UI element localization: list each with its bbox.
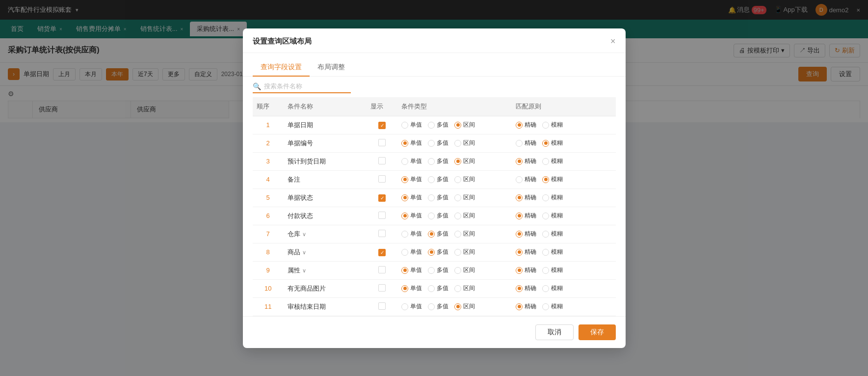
th-show: 显示 <box>367 97 397 116</box>
radio-dot-icon <box>516 213 523 219</box>
row-7-match-精确[interactable]: 精确 <box>516 230 536 238</box>
dialog-tab-query-fields[interactable]: 查询字段设置 <box>253 59 310 77</box>
row-5-show[interactable] <box>367 188 397 207</box>
row-2-checkbox[interactable] <box>378 139 386 146</box>
dialog-tab-layout[interactable]: 布局调整 <box>310 59 353 77</box>
row-8-type-多值[interactable]: 多值 <box>428 248 448 256</box>
row-10-type-区间[interactable]: 区间 <box>454 284 475 293</box>
row-2-type-单值[interactable]: 单值 <box>401 139 422 147</box>
row-2-type-多值[interactable]: 多值 <box>428 139 448 147</box>
row-6-checkbox[interactable] <box>378 212 386 219</box>
row-2-show[interactable] <box>367 134 397 152</box>
row-3-checkbox[interactable] <box>378 157 386 164</box>
row-7-type-区间[interactable]: 区间 <box>454 230 475 238</box>
row-1-match-模糊[interactable]: 模糊 <box>542 121 563 129</box>
dropdown-arrow-icon[interactable]: ∨ <box>302 268 306 273</box>
row-8-match-精确[interactable]: 精确 <box>516 248 536 256</box>
row-8-checkbox[interactable] <box>378 249 386 256</box>
row-3-type-区间[interactable]: 区间 <box>454 157 475 165</box>
row-11-show[interactable] <box>367 297 397 316</box>
radio-dot-icon <box>516 176 523 183</box>
row-3-match-模糊[interactable]: 模糊 <box>542 157 563 165</box>
row-10-type-多值[interactable]: 多值 <box>428 284 448 293</box>
row-3-type-多值[interactable]: 多值 <box>428 157 448 165</box>
row-9-show[interactable] <box>367 261 397 279</box>
row-4-type-单值[interactable]: 单值 <box>401 175 422 184</box>
row-2-match-模糊[interactable]: 模糊 <box>542 139 563 147</box>
row-2-match-精确[interactable]: 精确 <box>516 139 536 147</box>
row-11-type-多值[interactable]: 多值 <box>428 302 448 311</box>
row-1-show[interactable] <box>367 116 397 134</box>
row-6-match: 精确模糊 <box>512 207 615 225</box>
row-6-type-单值[interactable]: 单值 <box>401 212 422 220</box>
row-5-type: 单值多值区间 <box>397 188 512 207</box>
row-2-type-区间[interactable]: 区间 <box>454 139 475 147</box>
row-11-match-精确[interactable]: 精确 <box>516 302 536 311</box>
row-8-match-模糊[interactable]: 模糊 <box>542 248 563 256</box>
row-4-checkbox[interactable] <box>378 175 386 183</box>
row-6-match-模糊[interactable]: 模糊 <box>542 212 563 220</box>
row-4-match-精确[interactable]: 精确 <box>516 175 536 184</box>
row-4-match-模糊[interactable]: 模糊 <box>542 175 563 184</box>
row-1-checkbox[interactable] <box>378 122 386 129</box>
row-8-type-单值[interactable]: 单值 <box>401 248 422 256</box>
row-8-type: 单值多值区间 <box>397 243 512 261</box>
row-7-show[interactable] <box>367 225 397 243</box>
row-9-match-模糊[interactable]: 模糊 <box>542 266 563 274</box>
row-11-name: 审核结束日期 <box>284 297 367 316</box>
row-3-show[interactable] <box>367 152 397 170</box>
row-11-type-区间[interactable]: 区间 <box>454 302 475 311</box>
row-1-type-单值[interactable]: 单值 <box>401 121 422 129</box>
row-5-type-区间[interactable]: 区间 <box>454 193 475 202</box>
dropdown-arrow-icon[interactable]: ∨ <box>302 249 306 255</box>
row-7-match-模糊[interactable]: 模糊 <box>542 230 563 238</box>
row-7-checkbox[interactable] <box>378 230 386 237</box>
row-8-type-区间[interactable]: 区间 <box>454 248 475 256</box>
row-5-match-模糊[interactable]: 模糊 <box>542 193 563 202</box>
row-7-type-单值[interactable]: 单值 <box>401 230 422 238</box>
row-8-order: 8 <box>253 243 284 261</box>
row-5-type-多值[interactable]: 多值 <box>428 193 448 202</box>
row-9-type-多值[interactable]: 多值 <box>428 266 448 274</box>
row-11-type-单值[interactable]: 单值 <box>401 302 422 311</box>
dropdown-arrow-icon[interactable]: ∨ <box>302 231 306 237</box>
row-1-match-精确[interactable]: 精确 <box>516 121 536 129</box>
row-10-show[interactable] <box>367 279 397 297</box>
row-9-type-区间[interactable]: 区间 <box>454 266 475 274</box>
row-1-type-区间[interactable]: 区间 <box>454 121 475 129</box>
row-5-type-单值[interactable]: 单值 <box>401 193 422 202</box>
row-3-match-精确[interactable]: 精确 <box>516 157 536 165</box>
row-10-match-模糊[interactable]: 模糊 <box>542 284 563 293</box>
row-3-type-单值[interactable]: 单值 <box>401 157 422 165</box>
row-5-checkbox[interactable] <box>378 194 386 202</box>
row-4-type-多值[interactable]: 多值 <box>428 175 448 184</box>
row-11-match-模糊[interactable]: 模糊 <box>542 302 563 311</box>
row-10-checkbox[interactable] <box>378 284 386 292</box>
conditions-tbody: 1单据日期单值多值区间精确模糊2单据编号单值多值区间精确模糊3预计到货日期单值多… <box>253 116 616 316</box>
row-6-type-多值[interactable]: 多值 <box>428 212 448 220</box>
row-7-type-多值[interactable]: 多值 <box>428 230 448 238</box>
row-10-type-单值[interactable]: 单值 <box>401 284 422 293</box>
row-10-match-精确[interactable]: 精确 <box>516 284 536 293</box>
row-9-match-精确[interactable]: 精确 <box>516 266 536 274</box>
row-4-type-区间[interactable]: 区间 <box>454 175 475 184</box>
row-6-show[interactable] <box>367 207 397 225</box>
save-button[interactable]: 保存 <box>579 324 616 340</box>
search-input[interactable] <box>264 82 351 90</box>
row-9-checkbox[interactable] <box>378 266 386 273</box>
table-row: 3预计到货日期单值多值区间精确模糊 <box>253 152 616 170</box>
row-5-match-精确[interactable]: 精确 <box>516 193 536 202</box>
radio-dot-icon <box>542 140 549 147</box>
row-5-name: 单据状态 <box>284 188 367 207</box>
radio-dot-icon <box>454 231 461 238</box>
dialog-close-button[interactable]: × <box>610 36 616 47</box>
row-1-match: 精确模糊 <box>512 116 615 134</box>
row-1-type-多值[interactable]: 多值 <box>428 121 448 129</box>
row-11-checkbox[interactable] <box>378 302 386 310</box>
row-9-type-单值[interactable]: 单值 <box>401 266 422 274</box>
row-8-show[interactable] <box>367 243 397 261</box>
row-6-type-区间[interactable]: 区间 <box>454 212 475 220</box>
row-4-show[interactable] <box>367 170 397 188</box>
cancel-button[interactable]: 取消 <box>535 324 574 340</box>
row-6-match-精确[interactable]: 精确 <box>516 212 536 220</box>
